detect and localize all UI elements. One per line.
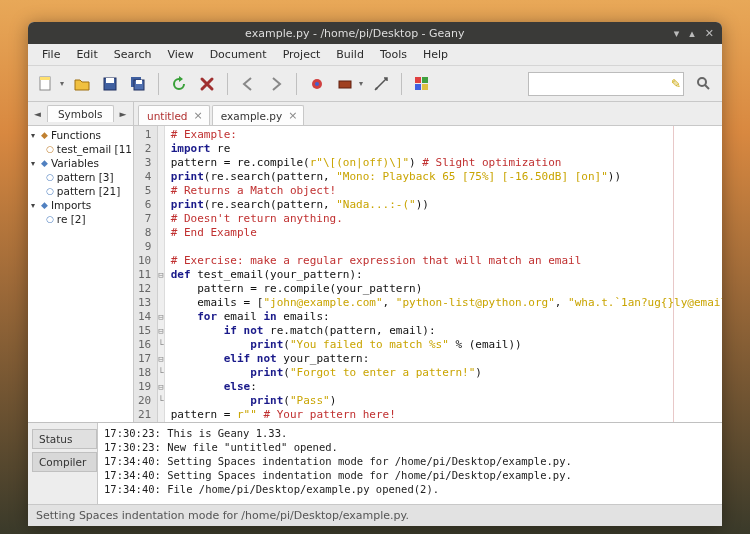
build-button[interactable] bbox=[333, 72, 357, 96]
search-input[interactable] bbox=[533, 78, 671, 90]
svg-rect-6 bbox=[136, 80, 142, 84]
titlebar: example.py - /home/pi/Desktop - Geany ▾ … bbox=[28, 22, 722, 44]
menu-help[interactable]: Help bbox=[415, 46, 456, 63]
menu-document[interactable]: Document bbox=[202, 46, 275, 63]
menu-file[interactable]: File bbox=[34, 46, 68, 63]
svg-point-15 bbox=[698, 78, 706, 86]
search-box[interactable]: ✎ bbox=[528, 72, 684, 96]
svg-rect-14 bbox=[422, 84, 428, 90]
close-file-button[interactable] bbox=[195, 72, 219, 96]
editor-tab[interactable]: example.py× bbox=[212, 105, 305, 125]
menubar: FileEditSearchViewDocumentProjectBuildTo… bbox=[28, 44, 722, 66]
tree-group[interactable]: ▾◆Functions bbox=[28, 128, 133, 142]
reload-button[interactable] bbox=[167, 72, 191, 96]
menu-build[interactable]: Build bbox=[328, 46, 372, 63]
editor-area: untitled×example.py× 1234567891011121314… bbox=[134, 102, 722, 422]
tree-item[interactable]: ○pattern [21] bbox=[28, 184, 133, 198]
maximize-button[interactable]: ▴ bbox=[689, 27, 695, 40]
line-gutter: 1234567891011121314151617181920212223 bbox=[134, 126, 158, 422]
run-button[interactable] bbox=[369, 72, 393, 96]
code-content[interactable]: # Example:import repattern = re.compile(… bbox=[165, 126, 722, 422]
save-all-button[interactable] bbox=[126, 72, 150, 96]
menu-project[interactable]: Project bbox=[275, 46, 329, 63]
dropdown-arrow-icon[interactable]: ▾ bbox=[60, 79, 64, 88]
menu-edit[interactable]: Edit bbox=[68, 46, 105, 63]
log-line: 17:30:23: New file "untitled" opened. bbox=[104, 441, 716, 455]
tree-item[interactable]: ○pattern [3] bbox=[28, 170, 133, 184]
svg-rect-12 bbox=[422, 77, 428, 83]
close-window-button[interactable]: ✕ bbox=[705, 27, 714, 40]
svg-point-8 bbox=[315, 82, 319, 86]
sidebar-tab-symbols[interactable]: Symbols bbox=[47, 105, 114, 122]
clear-icon[interactable]: ✎ bbox=[671, 77, 681, 91]
color-picker-button[interactable] bbox=[410, 72, 434, 96]
bottom-tab-status[interactable]: Status bbox=[32, 429, 97, 449]
symbol-tree[interactable]: ▾◆Functions○test_email [11]▾◆Variables○p… bbox=[28, 126, 133, 422]
tree-group[interactable]: ▾◆Variables bbox=[28, 156, 133, 170]
dropdown-arrow-icon[interactable]: ▾ bbox=[359, 79, 363, 88]
log-line: 17:34:40: Setting Spaces indentation mod… bbox=[104, 455, 716, 469]
bottom-tabs: StatusCompiler bbox=[28, 423, 98, 504]
open-button[interactable] bbox=[70, 72, 94, 96]
svg-rect-9 bbox=[339, 81, 351, 88]
log-line: 17:34:40: File /home/pi/Desktop/example.… bbox=[104, 483, 716, 497]
tab-close-icon[interactable]: × bbox=[194, 109, 203, 122]
code-editor[interactable]: 1234567891011121314151617181920212223 ⊟⊟… bbox=[134, 126, 722, 422]
compile-button[interactable] bbox=[305, 72, 329, 96]
minimize-button[interactable]: ▾ bbox=[674, 27, 680, 40]
svg-rect-1 bbox=[40, 77, 50, 80]
svg-rect-3 bbox=[106, 78, 114, 83]
log-line: 17:34:40: Setting Spaces indentation mod… bbox=[104, 469, 716, 483]
editor-tabs: untitled×example.py× bbox=[134, 102, 722, 126]
svg-rect-13 bbox=[415, 84, 421, 90]
tab-close-icon[interactable]: × bbox=[288, 109, 297, 122]
tree-item[interactable]: ○test_email [11] bbox=[28, 142, 133, 156]
sidebar: ◄ Symbols ► ▾◆Functions○test_email [11]▾… bbox=[28, 102, 134, 422]
new-file-button[interactable] bbox=[34, 72, 58, 96]
save-button[interactable] bbox=[98, 72, 122, 96]
tree-group[interactable]: ▾◆Imports bbox=[28, 198, 133, 212]
nav-forward-button[interactable] bbox=[264, 72, 288, 96]
menu-view[interactable]: View bbox=[160, 46, 202, 63]
bottom-panel: StatusCompiler 17:30:23: This is Geany 1… bbox=[28, 422, 722, 504]
search-button[interactable] bbox=[692, 72, 716, 96]
log-line: 17:30:23: This is Geany 1.33. bbox=[104, 427, 716, 441]
bottom-tab-compiler[interactable]: Compiler bbox=[32, 452, 97, 472]
menu-search[interactable]: Search bbox=[106, 46, 160, 63]
status-text: Setting Spaces indentation mode for /hom… bbox=[36, 509, 409, 522]
editor-tab[interactable]: untitled× bbox=[138, 105, 210, 125]
sidebar-scroll-left[interactable]: ◄ bbox=[32, 109, 43, 119]
svg-rect-11 bbox=[415, 77, 421, 83]
statusbar: Setting Spaces indentation mode for /hom… bbox=[28, 504, 722, 526]
app-window: example.py - /home/pi/Desktop - Geany ▾ … bbox=[28, 22, 722, 526]
toolbar: ▾ ▾ ✎ bbox=[28, 66, 722, 102]
nav-back-button[interactable] bbox=[236, 72, 260, 96]
menu-tools[interactable]: Tools bbox=[372, 46, 415, 63]
window-title: example.py - /home/pi/Desktop - Geany bbox=[36, 27, 674, 40]
sidebar-scroll-right[interactable]: ► bbox=[118, 109, 129, 119]
message-log[interactable]: 17:30:23: This is Geany 1.33.17:30:23: N… bbox=[98, 423, 722, 504]
tree-item[interactable]: ○re [2] bbox=[28, 212, 133, 226]
